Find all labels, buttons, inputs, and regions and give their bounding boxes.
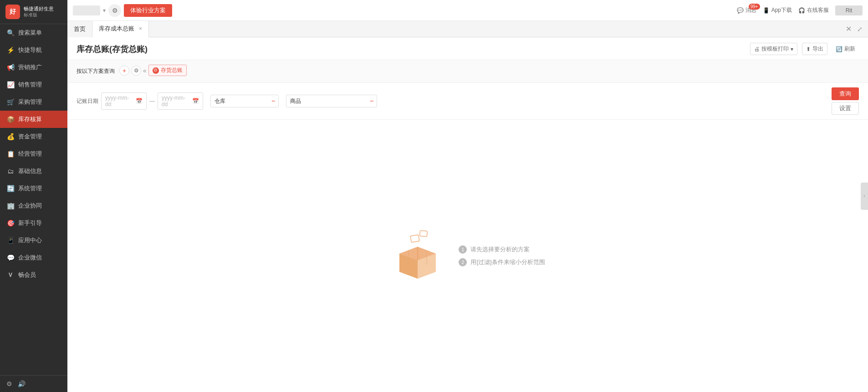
filter-scheme-bar: 按以下方案查询 + ⚙ « 存 存货总账 [67,60,868,83]
empty-step-1-text: 请先选择要分析的方案 [470,245,530,254]
settings-footer-icon[interactable]: ⚙ [6,380,12,387]
sidebar-item-marketing[interactable]: 📢 营销推广 [0,59,67,76]
calendar-start-icon[interactable]: 📅 [136,98,143,104]
sidebar-item-operation[interactable]: 📋 经营管理 [0,145,67,163]
page-header: 库存总账(存货总账) 🖨 按模板打印 ▾ ⬆ 导出 🔃 刷新 [67,37,868,60]
wechat-icon: 💬 [6,254,15,262]
calendar-end-icon[interactable]: 📅 [192,98,199,104]
sidebar-item-label: 快捷导航 [18,46,42,54]
date-start-placeholder: yyyy-mm-dd [105,95,132,107]
user-avatar[interactable]: Rit [835,5,863,15]
headset-icon: 🎧 [798,7,805,14]
empty-text-area: 1 请先选择要分析的方案 2 用[过滤]条件来缩小分析范围 [459,245,545,266]
message-icon: 💬 [737,7,744,14]
sidebar-item-search[interactable]: 🔍 搜索菜单 [0,24,67,41]
export-button[interactable]: ⬆ 导出 [802,43,827,55]
print-label: 按模板打印 [761,45,789,53]
main-area: ▾ ⚙ 体验行业方案 💬 消息 99+ 📱 App下载 🎧 在线客服 Rit [67,0,868,392]
empty-icon-area [390,229,445,283]
export-icon: ⬆ [806,46,811,52]
print-icon: 🖨 [754,46,760,52]
tab-close-icon[interactable]: × [139,25,142,32]
filter-scheme-area: + ⚙ « 存 存货总账 [119,65,187,76]
date-filter-field: 记账日期 yyyy-mm-dd 📅 — yyyy-mm-dd 📅 [77,92,203,110]
sidebar-item-label: 采购管理 [18,98,42,106]
breadcrumb-dropdown-btn[interactable]: ▾ [103,7,106,14]
sidebar-item-enterprise[interactable]: 🏢 企业协同 [0,197,67,214]
sidebar-item-basic[interactable]: 🗂 基础信息 [0,163,67,180]
sidebar-item-finance[interactable]: 💰 资金管理 [0,128,67,145]
finance-icon: 💰 [6,132,15,141]
sidebar-item-label: 营销推广 [18,63,42,71]
sidebar-item-label: 企业协同 [18,202,42,210]
sidebar: 好 畅捷通好生意 标准版 🔍 搜索菜单 ⚡ 快捷导航 📢 营销推广 📈 销售管理… [0,0,67,392]
search-icon: 🔍 [6,29,15,37]
page-title: 库存总账(存货总账) [77,44,148,55]
sidebar-item-member[interactable]: V 畅会员 [0,266,67,284]
topbar-nav: ▾ ⚙ 体验行业方案 [73,4,733,17]
goods-select[interactable]: 商品 ··· [286,95,377,107]
goods-more-icon: ··· [370,97,373,105]
purchase-icon: 🛒 [6,98,15,106]
industry-solution-button[interactable]: 体验行业方案 [124,4,172,17]
add-scheme-button[interactable]: + [119,66,129,76]
scheme-settings-button[interactable]: ⚙ [131,66,141,76]
tab-close-window-btn[interactable]: ✕ [844,24,853,34]
active-tab-label: 库存成本总账 [99,25,134,33]
topbar-right: 💬 消息 99+ 📱 App下载 🎧 在线客服 Rit [737,5,863,15]
online-service-button[interactable]: 🎧 在线客服 [798,6,829,14]
tab-expand-btn[interactable]: ⤢ [855,25,864,34]
setup-button[interactable]: 设置 [832,102,859,115]
warehouse-filter-field: 仓库 ··· [210,95,279,107]
sidebar-logo: 好 畅捷通好生意 标准版 [0,0,67,24]
sidebar-item-purchase[interactable]: 🛒 采购管理 [0,93,67,111]
date-separator: — [149,98,155,104]
refresh-label: 刷新 [844,45,855,53]
sidebar-item-system[interactable]: 🔄 系统管理 [0,180,67,197]
refresh-button[interactable]: 🔃 刷新 [832,43,859,55]
goods-label: 商品 [290,97,301,105]
empty-step-2-text: 用[过滤]条件来缩小分析范围 [470,258,545,266]
warehouse-select[interactable]: 仓库 ··· [210,95,279,107]
topbar-settings-button[interactable]: ⚙ [108,4,121,17]
tab-extra-controls: ✕ ⤢ [844,24,868,34]
date-start-input[interactable]: yyyy-mm-dd 📅 [101,92,147,110]
system-icon: 🔄 [6,184,15,193]
app-download-button[interactable]: 📱 App下载 [763,6,792,14]
print-template-button[interactable]: 🖨 按模板打印 ▾ [750,43,797,55]
empty-step-2: 2 用[过滤]条件来缩小分析范围 [459,258,545,266]
svg-rect-7 [410,235,419,243]
home-tab[interactable]: 首页 [67,21,92,37]
messages-button[interactable]: 💬 消息 99+ [737,6,756,14]
sidebar-item-wechat[interactable]: 💬 企业微信 [0,249,67,266]
date-end-input[interactable]: yyyy-mm-dd 📅 [158,92,203,110]
sidebar-item-sales[interactable]: 📈 销售管理 [0,76,67,93]
sidebar-item-quick-nav[interactable]: ⚡ 快捷导航 [0,41,67,59]
inventory-ledger-tab[interactable]: 库存成本总账 × [92,21,149,37]
warehouse-label: 仓库 [214,97,225,105]
svg-rect-8 [420,230,428,236]
guide-icon: 🎯 [6,219,15,227]
right-panel-toggle[interactable]: › [861,183,868,210]
sidebar-item-apps[interactable]: 📱 应用中心 [0,232,67,249]
member-icon: V [6,271,15,279]
step-1-circle: 1 [459,245,467,254]
inventory-icon: 📦 [6,115,15,123]
sidebar-nav: 🔍 搜索菜单 ⚡ 快捷导航 📢 营销推广 📈 销售管理 🛒 采购管理 📦 库存核… [0,24,67,375]
scheme-tag-inventory-ledger[interactable]: 存 存货总账 [148,65,187,76]
date-filter-label: 记账日期 [77,97,98,105]
query-button[interactable]: 查询 [832,87,859,100]
sidebar-item-inventory[interactable]: 📦 库存核算 [0,111,67,128]
collapse-scheme-button[interactable]: « [143,67,147,74]
online-service-label: 在线客服 [807,6,829,14]
filter-actions: 查询 设置 [832,87,859,115]
sidebar-footer: ⚙ 🔊 [0,375,67,392]
refresh-icon: 🔃 [836,46,842,52]
sidebar-item-guide[interactable]: 🎯 新手引导 [0,214,67,232]
audio-footer-icon[interactable]: 🔊 [18,380,26,387]
sidebar-item-label: 新手引导 [18,219,42,227]
date-end-placeholder: yyyy-mm-dd [162,95,189,107]
sales-icon: 📈 [6,81,15,89]
quick-nav-icon: ⚡ [6,46,15,54]
tabs-bar: 首页 库存成本总账 × ✕ ⤢ [67,21,868,37]
